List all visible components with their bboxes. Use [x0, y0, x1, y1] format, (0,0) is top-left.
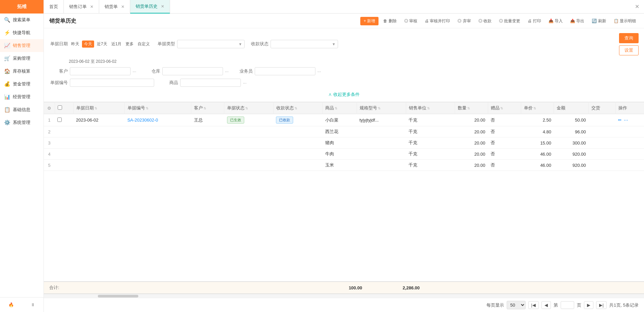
- th-doc-no[interactable]: 单据编号 ⇅: [124, 102, 191, 114]
- th-payment-status[interactable]: 收款状态 ⇅: [273, 102, 323, 114]
- tabs-close-all-btn[interactable]: ✕: [630, 3, 644, 10]
- tab-sales-history[interactable]: 销货单历史 ✕: [130, 0, 170, 14]
- per-page-select[interactable]: 50 100 200: [507, 301, 526, 309]
- cell-checkbox[interactable]: [55, 137, 73, 149]
- th-quantity[interactable]: 数量 ⇅: [455, 102, 488, 114]
- export-button[interactable]: 📤 导出: [567, 17, 587, 25]
- customer-input[interactable]: [70, 67, 131, 75]
- th-goods[interactable]: 商品 ⇅: [323, 102, 357, 114]
- sidebar-item-finance[interactable]: 💰 资金管理: [0, 78, 44, 90]
- cell-row-num: 5: [44, 160, 55, 171]
- date-1month[interactable]: 近1月: [110, 41, 123, 48]
- th-gear[interactable]: ⚙: [44, 102, 55, 114]
- page-last-btn[interactable]: ▶|: [596, 301, 607, 309]
- batch-change-button[interactable]: ◎ 批量变更: [496, 17, 523, 25]
- tab-sales-history-close[interactable]: ✕: [161, 4, 164, 9]
- audit-print-button[interactable]: 🖨 审核并打印: [422, 17, 453, 25]
- horizontal-scrollbar[interactable]: [44, 294, 644, 298]
- doc-no-link[interactable]: SA-20230602-0: [127, 118, 158, 123]
- cell-operation: [615, 149, 644, 160]
- more-action-btn[interactable]: ⋯: [624, 118, 628, 123]
- table-wrapper: ⚙ 单据日期 ⇅ 单据编号 ⇅: [44, 102, 644, 281]
- cell-payment-status: [273, 149, 323, 160]
- query-button[interactable]: 查询: [619, 33, 639, 43]
- date-7days[interactable]: 近7天: [95, 41, 109, 48]
- show-details-button[interactable]: 📋 显示明细: [611, 17, 639, 25]
- settings-button[interactable]: 设置: [619, 45, 639, 55]
- scrollbar-thumb[interactable]: [98, 295, 138, 297]
- abandon-button[interactable]: ◎ 弃审: [455, 17, 473, 25]
- cell-spec-type: [357, 160, 406, 171]
- staff-input[interactable]: [255, 67, 315, 75]
- delete-button[interactable]: 🗑 删除: [381, 17, 399, 25]
- page-number-input[interactable]: 1: [561, 301, 574, 309]
- new-button[interactable]: + 新增: [360, 17, 379, 25]
- page: 销货单历史 + 新增 🗑 删除 ◎ 审核 🖨 审核并打印 ◎ 弃审 ◎ 收款 ◎…: [44, 14, 644, 312]
- cell-payment-status: 已收款: [273, 114, 323, 126]
- payment-status-select[interactable]: ▾: [271, 40, 338, 48]
- cell-doc-date: [73, 137, 124, 149]
- th-sales-unit[interactable]: 销售单位 ⇅: [406, 102, 455, 114]
- sidebar-item-purchase-mgmt[interactable]: 🛒 采购管理: [0, 52, 44, 65]
- filter-collapse-btn[interactable]: ∧ 收起更多条件: [49, 90, 639, 99]
- edit-action-btn[interactable]: ✏: [618, 118, 622, 123]
- cell-doc-date: [73, 126, 124, 137]
- sort-doc-date-icon: ⇅: [94, 106, 97, 110]
- collect-button[interactable]: ◎ 收款: [476, 17, 494, 25]
- audit-button[interactable]: ◎ 审核: [401, 17, 420, 25]
- doc-no-input[interactable]: [70, 79, 154, 87]
- collapse-label: ∧ 收起更多条件: [328, 92, 360, 98]
- sidebar-item-search-menu[interactable]: 🔍 搜索菜单: [0, 14, 44, 26]
- th-doc-status[interactable]: 单据状态 ⇅: [224, 102, 274, 114]
- date-today[interactable]: 今天: [82, 41, 94, 48]
- page-next-btn[interactable]: ▶: [584, 301, 593, 309]
- content-area: 销货单历史 + 新增 🗑 删除 ◎ 审核 🖨 审核并打印 ◎ 弃审 ◎ 收款 ◎…: [44, 14, 644, 312]
- tab-sales-goods[interactable]: 销货单 ✕: [99, 0, 130, 14]
- th-doc-no-label: 单据编号: [128, 105, 145, 111]
- goods-label: 商品: [160, 80, 178, 86]
- select-all-checkbox[interactable]: [58, 105, 62, 110]
- th-customer[interactable]: 客户 ⇅: [191, 102, 224, 114]
- sidebar-item-operations[interactable]: 📊 经营管理: [0, 90, 44, 103]
- th-checkbox[interactable]: [55, 102, 73, 114]
- th-spec-type[interactable]: 规格型号 ⇅: [357, 102, 406, 114]
- date-more[interactable]: 更多: [124, 41, 135, 48]
- warehouse-picker-icon[interactable]: ···: [225, 69, 229, 74]
- cell-checkbox[interactable]: [55, 126, 73, 137]
- filter-doc-no: 单据编号: [49, 79, 154, 87]
- sidebar-item-basic-info[interactable]: 📋 基础信息: [0, 103, 44, 116]
- date-yesterday[interactable]: 昨天: [70, 41, 81, 48]
- th-amount[interactable]: 金额: [554, 102, 589, 114]
- goods-picker-icon[interactable]: ···: [243, 80, 247, 85]
- tab-sales-order[interactable]: 销售订单 ✕: [64, 0, 99, 14]
- th-unit-price[interactable]: 单价 ⇅: [521, 102, 554, 114]
- print-button[interactable]: 🖨 打印: [525, 17, 543, 25]
- tab-home[interactable]: 首页: [44, 0, 64, 14]
- th-gift[interactable]: 赠品 ⇅: [488, 102, 521, 114]
- staff-picker-icon[interactable]: ···: [317, 69, 321, 74]
- cell-amount: 96.00: [554, 126, 589, 137]
- page-first-btn[interactable]: |◀: [528, 301, 539, 309]
- page-prev-btn[interactable]: ◀: [541, 301, 551, 309]
- customer-picker-icon[interactable]: ···: [133, 69, 136, 74]
- doc-type-select[interactable]: ▾: [177, 40, 245, 48]
- goods-input[interactable]: [180, 79, 241, 87]
- warehouse-input[interactable]: [162, 67, 223, 75]
- row-checkbox[interactable]: [57, 118, 62, 122]
- sidebar-item-inventory[interactable]: 🏠 库存核算: [0, 65, 44, 78]
- refresh-button[interactable]: 🔄 刷新: [589, 17, 609, 25]
- import-button[interactable]: 📥 导入: [546, 17, 565, 25]
- cell-checkbox[interactable]: [55, 149, 73, 160]
- cell-gift: 否: [488, 137, 521, 149]
- sidebar-item-system-mgmt[interactable]: ⚙️ 系统管理: [0, 116, 44, 129]
- sidebar-pause-btn[interactable]: ⏸: [29, 300, 37, 309]
- sidebar-fire-btn[interactable]: 🔥: [6, 300, 16, 309]
- sidebar-item-quick-nav[interactable]: ⚡ 快捷导航: [0, 26, 44, 39]
- tab-sales-order-close[interactable]: ✕: [90, 4, 93, 9]
- cell-checkbox[interactable]: [55, 114, 73, 126]
- th-doc-date[interactable]: 单据日期 ⇅: [73, 102, 124, 114]
- tab-sales-goods-close[interactable]: ✕: [121, 4, 124, 9]
- sidebar-item-sales-mgmt[interactable]: 📈 销售管理: [0, 39, 44, 52]
- cell-checkbox[interactable]: [55, 160, 73, 171]
- date-custom[interactable]: 自定义: [136, 41, 151, 48]
